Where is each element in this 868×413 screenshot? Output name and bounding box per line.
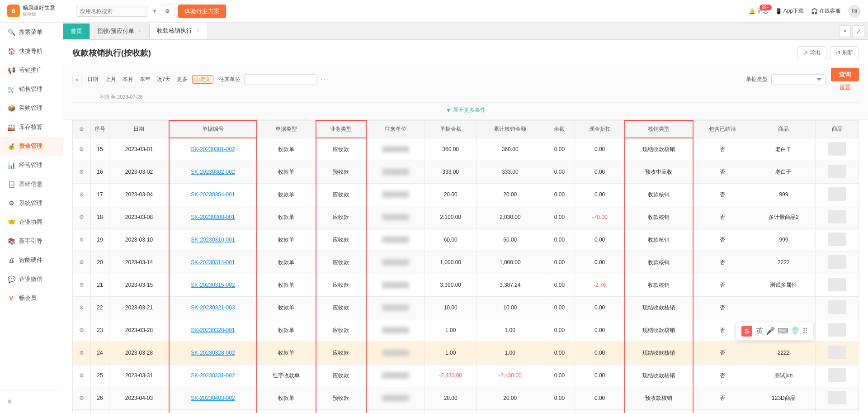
th-doc-amount: 单据金额 [425,120,476,138]
sidebar-item-search[interactable]: 🔍 搜索菜单 [0,23,63,42]
table-cell: 收款单 [257,319,316,342]
sidebar-item-nav[interactable]: 🏠 快捷导航 [0,42,63,61]
row-gear-icon[interactable]: ⚙ [76,372,87,379]
tab-prepay[interactable]: 预收/预应付单 × [90,24,150,39]
app-download-link[interactable]: 📱 App下载 [775,7,804,15]
doc-no-link[interactable]: SK-20230302-002 [191,169,235,175]
more-filter-dots[interactable]: ··· [320,76,329,84]
company-name: 畅康道好生意 [23,5,55,11]
top-bar: 6 畅康道好生意 标推版 ▼ ⚙ 体验行业方案 🔔 消息 99+ 📱 App下载… [0,0,868,23]
table-cell: 2023-03-28 [109,319,169,342]
sidebar-item-purchase[interactable]: 📦 采购管理 [0,99,63,118]
table-cell: 1.00 [476,342,544,364]
table-cell: 收款单 [257,206,316,228]
dropdown-arrow[interactable]: ▼ [152,8,157,14]
table-cell: 收款单 [257,274,316,296]
table-cell: 60.00 [425,228,476,251]
sidebar-label-member: 畅会员 [19,294,37,302]
tab-expand-btn[interactable]: ⤢ [853,25,864,37]
row-gear-icon[interactable]: ⚙ [76,237,87,243]
sidebar-item-collab[interactable]: 🤝 企业协同 [0,213,63,232]
doc-no-link[interactable]: SK-20230328-002 [191,350,235,356]
partner-input[interactable] [244,74,316,85]
row-gear-icon[interactable]: ⚙ [76,304,87,311]
sidebar-item-member[interactable]: V 畅会员 [0,289,63,308]
row-gear-icon[interactable]: ⚙ [76,282,87,288]
sidebar-item-inventory[interactable]: 🏭 库存核算 [0,118,63,137]
table-cell: 否 [693,161,752,183]
table-cell: 否 [693,274,752,296]
notification-area[interactable]: 🔔 消息 99+ [749,7,768,15]
row-gear-icon[interactable]: ⚙ [76,395,87,401]
row-gear-icon[interactable]: ⚙ [76,327,87,333]
refresh-button[interactable]: ↺ 刷新 [830,46,859,59]
table-cell: -2,430.00 [476,364,544,387]
sidebar-item-basic-info[interactable]: 📋 基础信息 [0,175,63,194]
company-info: 畅康道好生意 标推版 [23,5,55,17]
query-button[interactable]: 查询 [831,68,859,81]
this-year-btn[interactable]: 本年 [138,75,152,84]
sidebar-item-operations[interactable]: 📊 经营管理 [0,156,63,175]
table-cell: 333.00 [425,161,476,183]
row-gear-icon[interactable]: ⚙ [76,259,87,266]
this-month-btn[interactable]: 本月 [121,75,135,84]
custom-date-btn[interactable]: 自定义 [192,75,213,84]
row-gear-icon[interactable]: ⚙ [76,169,87,175]
doc-no-link[interactable]: SK-20230328-001 [191,327,235,333]
sidebar-item-wechat[interactable]: 💬 企业微信 [0,270,63,289]
sidebar-item-sales[interactable]: 🛒 销售管理 [0,80,63,99]
row-gear-icon[interactable]: ⚙ [76,214,87,220]
doc-no-link[interactable]: SK-20230308-001 [191,214,235,220]
settings-link[interactable]: 设置 [831,83,859,91]
table-cell: 2023-03-15 [109,274,169,296]
doc-no-link[interactable]: SK-20230315-002 [191,282,235,288]
sidebar-item-guide[interactable]: 📚 新手引导 [0,232,63,251]
table-cell: 收款单 [257,228,316,251]
sidebar-settings[interactable]: ⚙ [0,394,63,409]
sidebar-item-hardware[interactable]: 🖨 智能硬件 [0,251,63,270]
table-row: ⚙172023-03-04SK-20230304-001收款单应收款 20.00… [73,183,859,206]
table-cell: 收款单 [257,387,316,409]
tab-close-btn[interactable]: × [839,25,851,37]
doc-no-link[interactable]: SK-20230314-001 [191,259,235,266]
sidebar-item-finance[interactable]: 💰 资金管理 [0,137,63,156]
industry-button[interactable]: 体验行业方案 [178,5,226,18]
tab-writeoff-close[interactable]: × [195,28,200,33]
table-cell: 2023-04-08 [109,409,169,413]
tab-prepay-close[interactable]: × [137,28,142,34]
expand-conditions-btn[interactable]: ▼ 展开更多条件 [446,104,486,116]
th-gear[interactable]: ⚙ [73,120,91,138]
doc-no-link[interactable]: SK-20230304-001 [191,191,235,198]
doc-no-link[interactable]: SK-20230403-002 [191,395,235,401]
doc-no-link[interactable]: SK-20230301-002 [191,146,235,152]
tab-writeoff[interactable]: 收款核销执行 × [150,23,208,39]
row-gear-icon[interactable]: ⚙ [76,191,87,198]
operations-icon: 📊 [7,161,15,169]
tab-home[interactable]: 首页 [63,24,90,39]
double-arrow-icon: » [75,76,79,83]
doc-no-link[interactable]: SK-20230321-003 [191,304,235,311]
product-image [828,165,846,178]
filter-expand-btn[interactable]: » [72,75,82,84]
gear-button[interactable]: ⚙ [161,5,175,18]
table-head: ⚙ 序号 日期 单据编号 单据类型 业务类型 往来单位 单据金额 累计核销金额 … [73,120,859,138]
online-service-link[interactable]: 🎧 在线客服 [811,7,841,15]
doc-no-link[interactable]: SK-20230331-002 [191,372,235,379]
user-avatar[interactable]: Rit [848,5,861,18]
sidebar-item-system[interactable]: ⚙ 系统管理 [0,194,63,213]
more-date-btn[interactable]: 更多 [175,75,189,84]
last-7-days-btn[interactable]: 近7天 [155,75,173,84]
table-cell: 0.00 [575,228,625,251]
table-row: ⚙242023-03-28SK-20230328-002收款单应收款 1.001… [73,342,859,364]
row-gear-icon[interactable]: ⚙ [76,350,87,356]
doc-no-link[interactable]: SK-20230310-001 [191,237,235,243]
app-search-input[interactable] [76,6,148,17]
last-month-btn[interactable]: 上月 [104,75,118,84]
sidebar-item-marketing[interactable]: 📢 营销推广 [0,61,63,80]
doc-type-select[interactable] [771,74,826,85]
table-cell: 0.00 [544,183,575,206]
table-cell: 2023-03-28 [109,342,169,364]
export-button[interactable]: ↗ 导出 [797,46,826,59]
table-cell: 360.00 [425,138,476,161]
row-gear-icon[interactable]: ⚙ [76,146,87,152]
